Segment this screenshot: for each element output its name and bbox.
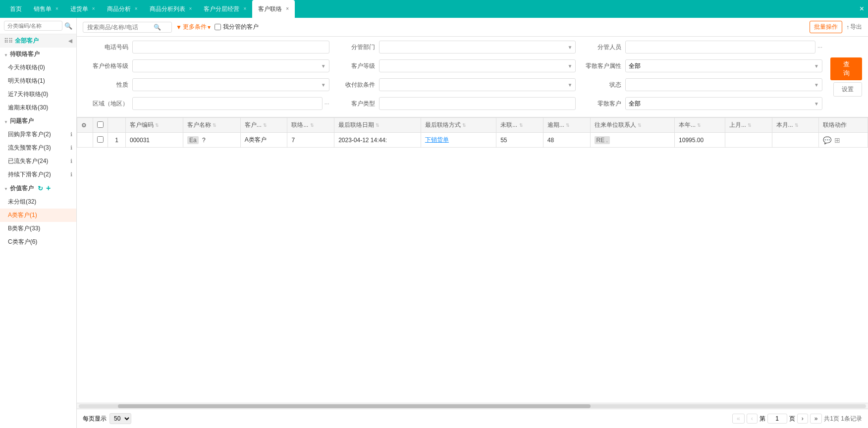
sidebar-item-warning[interactable]: 流失预警客户(3) ℹ bbox=[0, 141, 76, 155]
table-header-row: 客户编码 ⇅ 客户名称 ⇅ 客户... ⇅ 联络... bbox=[77, 118, 868, 133]
nav-tab-1[interactable]: 进货单 × bbox=[64, 0, 101, 18]
chat-icon[interactable]: 💬 bbox=[823, 136, 831, 144]
triangle-icon bbox=[4, 118, 8, 125]
td-num: 1 bbox=[108, 133, 126, 148]
th-company-contact[interactable]: 往来单位联系人 ⇅ bbox=[590, 118, 675, 133]
close-tab-0[interactable]: × bbox=[55, 0, 58, 18]
status-select[interactable]: ▼ bbox=[625, 78, 822, 91]
my-customers-checkbox[interactable] bbox=[215, 24, 221, 30]
section-problem-customers[interactable]: 问题客户 bbox=[0, 114, 76, 128]
retail-attr-select[interactable]: 全部 ▼ bbox=[625, 59, 822, 72]
th-code[interactable]: 客户编码 ⇅ bbox=[126, 118, 183, 133]
filter-search-input[interactable] bbox=[87, 24, 152, 31]
th-overdue[interactable]: 逾期... ⇅ bbox=[543, 118, 590, 133]
sidebar-search-input[interactable] bbox=[4, 21, 62, 31]
collapse-icon[interactable]: ◀ bbox=[68, 38, 72, 44]
query-button[interactable]: 查询 bbox=[830, 57, 862, 80]
sort-icon-date: ⇅ bbox=[376, 123, 380, 128]
page-size-select[interactable]: 50 bbox=[109, 413, 131, 424]
refresh-icon[interactable]: ↻ bbox=[38, 185, 43, 192]
sidebar-item-a-class[interactable]: A类客户(1) bbox=[0, 209, 76, 222]
th-no-contact[interactable]: 未联... ⇅ bbox=[496, 118, 543, 133]
chevron-down-icon: ▾ bbox=[208, 24, 211, 31]
dept-select[interactable]: ▼ bbox=[379, 41, 576, 54]
th-this-year[interactable]: 本年... ⇅ bbox=[675, 118, 725, 133]
nav-tab-5[interactable]: 客户联络 × bbox=[252, 0, 295, 18]
customer-level-select[interactable]: ▼ bbox=[379, 59, 576, 72]
filter-search-icon[interactable]: 🔍 bbox=[154, 24, 161, 31]
last-page-button[interactable]: » bbox=[810, 414, 822, 424]
nav-tab-4[interactable]: 客户分层经营 × bbox=[198, 0, 252, 18]
dept-arrow: ▼ bbox=[567, 45, 572, 50]
filter-search-box: 🔍 bbox=[83, 22, 172, 33]
close-tab-2[interactable]: × bbox=[135, 0, 138, 18]
query-buttons-area: 查询 设置 bbox=[822, 57, 862, 97]
status-arrow: ▼ bbox=[814, 82, 819, 88]
close-tab-3[interactable]: × bbox=[189, 0, 192, 18]
close-all-button[interactable]: × bbox=[860, 4, 864, 13]
th-last-date[interactable]: 最后联络日期 ⇅ bbox=[334, 118, 421, 133]
all-customers-header[interactable]: ⠿⠿ 全部客户 ◀ bbox=[0, 34, 76, 48]
nav-home[interactable]: 首页 bbox=[4, 0, 28, 18]
th-gear[interactable] bbox=[77, 118, 93, 133]
section-value-customers[interactable]: 价值客户 ↻ + bbox=[0, 181, 76, 195]
price-level-select[interactable]: ▼ bbox=[132, 59, 329, 72]
nav-tab-2[interactable]: 商品分析 × bbox=[101, 0, 144, 18]
select-all-checkbox[interactable] bbox=[97, 121, 104, 128]
scroll-thumb[interactable] bbox=[118, 404, 590, 408]
sidebar-item-overdue[interactable]: 逾期未联络(30) bbox=[0, 101, 76, 114]
td-last-date: 2023-04-12 14:44: bbox=[334, 133, 421, 148]
sidebar-item-c-class[interactable]: C类客户(6) bbox=[0, 235, 76, 249]
region-input[interactable] bbox=[132, 97, 323, 110]
sidebar-search-icon[interactable]: 🔍 bbox=[64, 22, 72, 30]
horizontal-scrollbar[interactable] bbox=[77, 403, 868, 409]
td-level: A类客户 bbox=[240, 133, 287, 148]
set-button[interactable]: 设置 bbox=[833, 82, 862, 97]
nav-tab-3[interactable]: 商品分析列表 × bbox=[144, 0, 198, 18]
row-checkbox[interactable] bbox=[97, 136, 104, 143]
th-last-method[interactable]: 最后联络方式 ⇅ bbox=[421, 118, 496, 133]
sidebar-item-abnormal[interactable]: 回购异常客户(2) ℹ bbox=[0, 128, 76, 141]
sidebar-item-b-class[interactable]: B类客户(33) bbox=[0, 222, 76, 235]
add-icon[interactable]: + bbox=[46, 184, 51, 193]
payment-select[interactable]: ▼ bbox=[379, 78, 576, 91]
th-contact[interactable]: 联络... ⇅ bbox=[287, 118, 334, 133]
person-dots-icon[interactable]: ··· bbox=[817, 44, 822, 51]
batch-op-button[interactable]: 批量操作 bbox=[810, 21, 842, 33]
close-tab-5[interactable]: × bbox=[286, 0, 289, 18]
sidebar-item-lost[interactable]: 已流失客户(24) ℹ bbox=[0, 155, 76, 168]
section-pending-contact[interactable]: 待联络客户 bbox=[0, 48, 76, 61]
gear-settings-icon[interactable] bbox=[81, 122, 87, 129]
qr-icon[interactable]: ⊞ bbox=[834, 136, 840, 144]
sidebar-item-declining[interactable]: 持续下滑客户(2) ℹ bbox=[0, 168, 76, 181]
th-name[interactable]: 客户名称 ⇅ bbox=[183, 118, 240, 133]
cust-type-input[interactable] bbox=[379, 97, 576, 110]
scroll-track bbox=[79, 404, 866, 408]
more-filters-button[interactable]: ▼ 更多条件 ▾ bbox=[176, 23, 211, 31]
next-page-button[interactable]: › bbox=[797, 414, 808, 424]
page-number-input[interactable] bbox=[767, 414, 787, 424]
total-info: 共1页 1条记录 bbox=[824, 415, 862, 423]
sidebar-item-7days[interactable]: 近7天待联络(0) bbox=[0, 88, 76, 101]
sidebar-item-tomorrow[interactable]: 明天待联络(1) bbox=[0, 74, 76, 88]
close-tab-1[interactable]: × bbox=[92, 0, 95, 18]
td-last-method[interactable]: 下销货单 bbox=[421, 133, 496, 148]
th-check bbox=[93, 118, 108, 133]
nature-select[interactable]: ▼ bbox=[132, 78, 329, 91]
person-input[interactable] bbox=[625, 41, 815, 54]
retail-select[interactable]: 全部 ▼ bbox=[625, 97, 822, 110]
region-dots-icon[interactable]: ··· bbox=[325, 100, 329, 107]
th-this-month[interactable]: 本月... ⇅ bbox=[772, 118, 819, 133]
first-page-button[interactable]: « bbox=[732, 414, 745, 424]
phone-input[interactable] bbox=[132, 41, 329, 54]
th-last-month[interactable]: 上月... ⇅ bbox=[725, 118, 772, 133]
last-method-link[interactable]: 下销货单 bbox=[425, 136, 449, 143]
sidebar-item-ungroup[interactable]: 未分组(32) bbox=[0, 195, 76, 209]
th-level[interactable]: 客户... ⇅ bbox=[240, 118, 287, 133]
nav-tab-0[interactable]: 销售单 × bbox=[28, 0, 64, 18]
price-arrow: ▼ bbox=[321, 63, 326, 69]
sidebar-item-today[interactable]: 今天待联络(0) bbox=[0, 61, 76, 74]
close-tab-4[interactable]: × bbox=[243, 0, 246, 18]
prev-page-button[interactable]: ‹ bbox=[747, 414, 758, 424]
export-button[interactable]: ↑ 导出 bbox=[846, 23, 862, 31]
